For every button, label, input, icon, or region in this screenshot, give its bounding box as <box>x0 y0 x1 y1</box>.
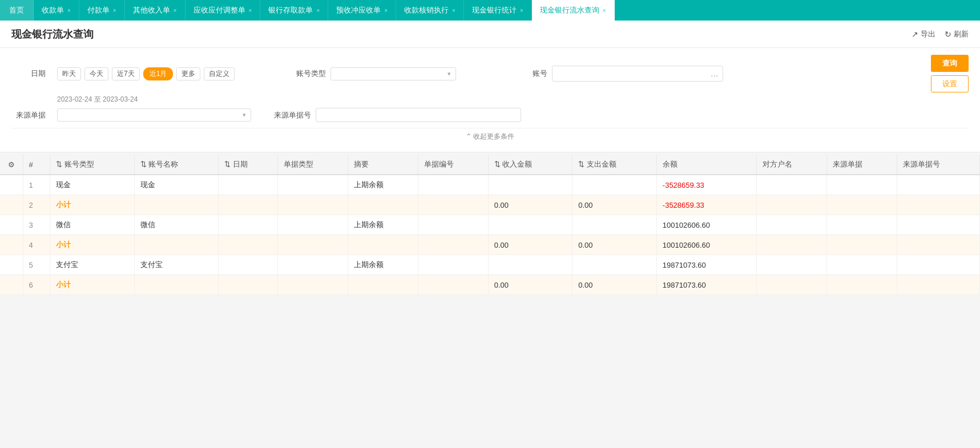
nav-tab-4[interactable]: 银行存取款单 × <box>260 0 328 21</box>
cell-balance: 100102606.60 <box>656 215 756 235</box>
export-button[interactable]: ↗ 导出 <box>912 29 935 39</box>
source-doc-label: 来源单据 <box>11 110 46 120</box>
cell-account-name: 现金 <box>134 175 219 195</box>
settings-button[interactable]: 设置 <box>931 75 969 92</box>
cell-gear <box>0 235 23 255</box>
date-btn-more[interactable]: 更多 <box>176 67 200 80</box>
close-icon[interactable]: × <box>113 7 116 14</box>
cell-balance: -3528659.33 <box>656 195 756 215</box>
nav-tab-8[interactable]: 现金银行流水查询 × <box>532 0 615 21</box>
cell-counterpart <box>757 175 827 195</box>
date-btn-7days[interactable]: 近7天 <box>112 67 140 80</box>
account-type-select[interactable]: ▾ <box>330 67 456 80</box>
nav-tab-label-1: 付款单 <box>87 5 110 15</box>
cell-income <box>488 175 572 195</box>
cell-source-doc <box>827 255 897 275</box>
gear-icon[interactable]: ⚙ <box>8 160 15 169</box>
cell-doc-type <box>277 195 348 215</box>
page-header: 现金银行流水查询 ↗ 导出 ↻ 刷新 <box>0 21 980 48</box>
date-btn-custom[interactable]: 自定义 <box>204 67 235 80</box>
cell-balance: 100102606.60 <box>656 235 756 255</box>
cell-account-name: 微信 <box>134 215 219 235</box>
col-date[interactable]: ⇅ 日期 <box>219 155 278 175</box>
table-row: 3 微信 微信 上期余额 100102606.60 <box>0 215 980 235</box>
query-button[interactable]: 查询 <box>931 55 969 72</box>
cell-doc-type <box>277 175 348 195</box>
cell-doc-type <box>277 215 348 235</box>
nav-tab-6[interactable]: 收款核销执行 × <box>396 0 464 21</box>
cell-source-doc-no <box>897 175 980 195</box>
cell-date <box>219 215 278 235</box>
cell-doc-no <box>418 255 488 275</box>
col-balance: 余额 <box>656 155 756 175</box>
close-icon[interactable]: × <box>316 7 320 14</box>
cell-expense: 0.00 <box>572 275 657 295</box>
cell-account-type: 支付宝 <box>50 255 135 275</box>
col-summary: 摘要 <box>348 155 418 175</box>
date-filter-label: 日期 <box>11 68 46 79</box>
close-icon[interactable]: × <box>452 7 455 14</box>
source-doc-select[interactable]: ▾ <box>57 108 251 122</box>
export-icon: ↗ <box>912 30 918 39</box>
cell-num: 3 <box>23 215 50 235</box>
filter-row-1: 日期 昨天 今天 近7天 近1月 更多 自定义 账号类型 ▾ 账号 ... 查询 <box>11 55 969 92</box>
refresh-button[interactable]: ↻ 刷新 <box>945 29 969 39</box>
account-dots-icon[interactable]: ... <box>711 68 718 79</box>
cell-counterpart <box>757 275 827 295</box>
nav-tab-1[interactable]: 付款单 × <box>79 0 125 21</box>
account-input[interactable] <box>557 70 708 78</box>
cell-income: 0.00 <box>488 195 572 215</box>
cell-expense: 0.00 <box>572 235 657 255</box>
collapse-label: 收起更多条件 <box>473 132 514 140</box>
cell-balance: 19871073.60 <box>656 275 756 295</box>
cell-summary: 上期余额 <box>348 175 418 195</box>
date-btn-1month[interactable]: 近1月 <box>143 67 174 80</box>
cell-source-doc-no <box>897 275 980 295</box>
nav-tab-7[interactable]: 现金银行统计 × <box>464 0 532 21</box>
cell-account-type: 微信 <box>50 215 135 235</box>
close-icon[interactable]: × <box>520 7 523 14</box>
collapse-bar[interactable]: ⌃ 收起更多条件 <box>11 128 969 145</box>
nav-tab-5[interactable]: 预收冲应收单 × <box>328 0 396 21</box>
close-icon[interactable]: × <box>174 7 177 14</box>
cell-num: 1 <box>23 175 50 195</box>
cell-gear <box>0 215 23 235</box>
account-type-label: 账号类型 <box>292 68 326 79</box>
nav-tab-2[interactable]: 其他收入单 × <box>125 0 185 21</box>
header-actions: ↗ 导出 ↻ 刷新 <box>912 29 969 39</box>
col-account-type[interactable]: ⇅ 账号类型 <box>50 155 135 175</box>
col-account-name[interactable]: ⇅ 账号名称 <box>134 155 219 175</box>
nav-home[interactable]: 首页 <box>0 0 34 21</box>
chevron-down-icon-2: ▾ <box>243 111 246 119</box>
nav-tab-0[interactable]: 收款单 × <box>34 0 79 21</box>
cell-date <box>219 235 278 255</box>
cell-balance: -3528659.33 <box>656 175 756 195</box>
date-range-display: 2023-02-24 至 2023-03-24 <box>57 95 138 104</box>
cell-doc-type <box>277 235 348 255</box>
table-body: 1 现金 现金 上期余额 -3528659.33 2 小计 0.00 0.00 … <box>0 175 980 295</box>
cell-account-type: 小计 <box>50 235 135 255</box>
cell-expense: 0.00 <box>572 195 657 215</box>
date-btn-today[interactable]: 今天 <box>84 67 108 80</box>
col-income[interactable]: ⇅ 收入金额 <box>488 155 572 175</box>
cell-num: 2 <box>23 195 50 215</box>
cell-income: 0.00 <box>488 235 572 255</box>
col-gear[interactable]: ⚙ <box>0 155 23 175</box>
chevron-down-icon: ▾ <box>447 70 451 78</box>
col-expense[interactable]: ⇅ 支出金额 <box>572 155 657 175</box>
cell-account-type: 现金 <box>50 175 135 195</box>
close-icon[interactable]: × <box>384 7 388 14</box>
nav-home-label: 首页 <box>9 5 24 15</box>
source-doc-no-input[interactable] <box>316 108 521 122</box>
close-icon[interactable]: × <box>67 7 71 14</box>
cell-gear <box>0 275 23 295</box>
close-icon[interactable]: × <box>249 7 252 14</box>
date-btn-yesterday[interactable]: 昨天 <box>57 67 81 80</box>
cell-expense <box>572 255 657 275</box>
nav-tab-label-2: 其他收入单 <box>133 5 170 15</box>
cell-doc-no <box>418 215 488 235</box>
cell-counterpart <box>757 195 827 215</box>
nav-tab-3[interactable]: 应收应付调整单 × <box>185 0 261 21</box>
close-icon[interactable]: × <box>603 7 606 14</box>
table-row: 2 小计 0.00 0.00 -3528659.33 <box>0 195 980 215</box>
